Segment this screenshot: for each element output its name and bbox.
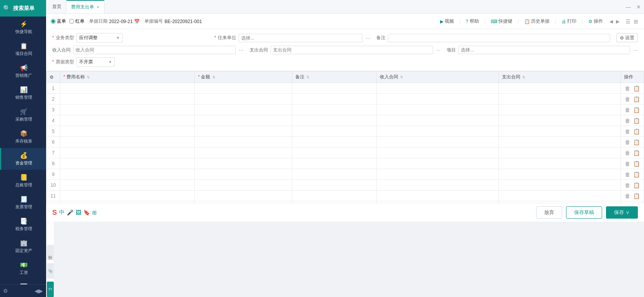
cell-expense-contract[interactable] xyxy=(499,126,621,137)
radio-blue-label[interactable]: 蓝单 xyxy=(51,18,66,25)
delete-row-btn[interactable]: 🗑 xyxy=(625,139,630,145)
delete-row-btn[interactable]: 🗑 xyxy=(625,161,630,167)
sidebar-item-fixed-assets[interactable]: 🏢固定资产 xyxy=(0,236,46,257)
cell-expense-contract[interactable] xyxy=(499,83,621,94)
btn-video[interactable]: ▶ 视频 xyxy=(439,17,455,25)
cell-income-contract[interactable] xyxy=(377,94,499,105)
btn-operate[interactable]: ⚙ 操作 xyxy=(587,17,604,25)
cell-notes[interactable] xyxy=(292,94,377,105)
delete-row-btn[interactable]: 🗑 xyxy=(625,85,630,91)
btn-history[interactable]: 📋 历史单据 xyxy=(523,17,551,25)
sidebar-item-purchase-mgmt[interactable]: 🛒采购管理 xyxy=(0,104,46,126)
cell-notes[interactable] xyxy=(292,169,377,180)
delete-row-btn[interactable]: 🗑 xyxy=(625,171,630,178)
list-view-icon[interactable]: ☰ xyxy=(624,18,632,25)
cell-amount[interactable] xyxy=(195,105,292,115)
project-input[interactable] xyxy=(458,46,630,54)
cell-income-contract[interactable] xyxy=(377,180,499,191)
delete-row-btn[interactable]: 🗑 xyxy=(625,118,630,124)
nav-next[interactable]: ▶ xyxy=(615,18,621,25)
footer-icon-grid[interactable]: ⊞ xyxy=(92,209,97,216)
cell-expense-contract[interactable] xyxy=(499,169,621,180)
copy-row-btn[interactable]: 📋 xyxy=(633,85,640,91)
cell-income-contract[interactable] xyxy=(377,148,499,158)
btn-print[interactable]: 🖨 打印 xyxy=(560,17,578,25)
settings-icon[interactable]: ⚙ xyxy=(3,288,8,294)
delete-row-btn[interactable]: 🗑 xyxy=(625,107,630,113)
clip-panel[interactable]: 📎 xyxy=(47,263,54,279)
sidebar-item-invoice-mgmt[interactable]: 🧾发票管理 xyxy=(0,192,46,214)
business-type-select[interactable]: 应付调整 ▼ xyxy=(76,33,123,43)
radio-red-label[interactable]: 红单 xyxy=(69,18,84,25)
expense-contract-dots[interactable]: ··· xyxy=(436,47,441,53)
cell-notes[interactable] xyxy=(292,126,377,137)
cell-amount[interactable] xyxy=(195,126,292,137)
copy-row-btn[interactable]: 📋 xyxy=(633,128,640,134)
sidebar-item-salary[interactable]: 💵工资 xyxy=(0,257,46,279)
footer-icon-s[interactable]: S xyxy=(52,209,57,217)
delete-row-btn[interactable]: 🗑 xyxy=(625,96,630,102)
copy-row-btn[interactable]: 📋 xyxy=(633,96,640,102)
cell-amount[interactable] xyxy=(195,115,292,126)
cell-amount[interactable] xyxy=(195,83,292,94)
delete-row-btn[interactable]: 🗑 xyxy=(625,128,630,134)
cell-expense-name[interactable] xyxy=(60,137,195,148)
cell-amount[interactable] xyxy=(195,158,292,169)
cell-expense-name[interactable] xyxy=(60,105,195,115)
cell-notes[interactable] xyxy=(292,148,377,158)
window-close[interactable]: ✕ xyxy=(635,3,642,11)
cell-notes[interactable] xyxy=(292,83,377,94)
cell-expense-name[interactable] xyxy=(60,148,195,158)
btn-shortcut[interactable]: ⌨ 快捷键 xyxy=(489,17,514,25)
copy-row-btn[interactable]: 📋 xyxy=(633,193,640,199)
nav-prev[interactable]: ◀ xyxy=(608,18,614,25)
cell-amount[interactable] xyxy=(195,180,292,191)
cell-expense-name[interactable] xyxy=(60,180,195,191)
expense-contract-input[interactable] xyxy=(270,46,433,54)
sidebar-item-tax-mgmt[interactable]: 📑税务管理 xyxy=(0,214,46,236)
teal-panel[interactable]: C xyxy=(47,282,54,297)
footer-icon-zhong[interactable]: 中 xyxy=(59,209,65,216)
partner-dots[interactable]: ··· xyxy=(366,35,370,41)
cell-notes[interactable] xyxy=(292,158,377,169)
cell-income-contract[interactable] xyxy=(377,126,499,137)
cell-income-contract[interactable] xyxy=(377,105,499,115)
tab-home[interactable]: 首页 xyxy=(48,0,66,13)
income-contract-input[interactable] xyxy=(73,46,236,54)
cell-expense-contract[interactable] xyxy=(499,191,621,201)
grid-view-icon[interactable]: ⊞ xyxy=(632,18,639,25)
cell-income-contract[interactable] xyxy=(377,115,499,126)
sidebar-item-sales-promo[interactable]: 📢营销推广 xyxy=(0,60,46,82)
footer-icon-mic[interactable]: 🎤 xyxy=(67,209,73,216)
date-value[interactable]: 2022-09-21 xyxy=(109,19,132,24)
cell-expense-contract[interactable] xyxy=(499,158,621,169)
cell-expense-name[interactable] xyxy=(60,191,195,201)
cell-income-contract[interactable] xyxy=(377,169,499,180)
cell-amount[interactable] xyxy=(195,191,292,201)
cell-expense-contract[interactable] xyxy=(499,180,621,191)
cell-expense-contract[interactable] xyxy=(499,137,621,148)
cell-notes[interactable] xyxy=(292,115,377,126)
cell-amount[interactable] xyxy=(195,94,292,105)
cell-expense-name[interactable] xyxy=(60,83,195,94)
copy-row-btn[interactable]: 📋 xyxy=(633,118,640,124)
partner-input[interactable] xyxy=(238,34,363,42)
delete-row-btn[interactable]: 🗑 xyxy=(625,182,630,188)
sidebar-item-quick-nav[interactable]: ⚡快捷导航 xyxy=(0,17,46,38)
th-gear[interactable]: ⚙ xyxy=(46,71,60,83)
cell-notes[interactable] xyxy=(292,105,377,115)
cell-expense-name[interactable] xyxy=(60,158,195,169)
btn-help[interactable]: ? 帮助 xyxy=(464,17,480,25)
window-minimize[interactable]: — xyxy=(624,3,632,11)
sidebar-item-accounting[interactable]: 📒总账管理 xyxy=(0,170,46,192)
save-button[interactable]: 保存 ∨ xyxy=(606,206,638,219)
volume-icon[interactable]: ◀▶ xyxy=(35,288,43,294)
docno-value[interactable]: BE-20220921-001 xyxy=(164,19,202,24)
delete-row-btn[interactable]: 🗑 xyxy=(625,193,630,199)
cell-expense-name[interactable] xyxy=(60,94,195,105)
copy-row-btn[interactable]: 📋 xyxy=(633,107,640,113)
cell-expense-name[interactable] xyxy=(60,126,195,137)
sidebar-item-inventory[interactable]: 📦库存核算 xyxy=(0,126,46,148)
copy-row-btn[interactable]: 📋 xyxy=(633,171,640,178)
save-draft-button[interactable]: 保存草稿 xyxy=(566,206,602,219)
